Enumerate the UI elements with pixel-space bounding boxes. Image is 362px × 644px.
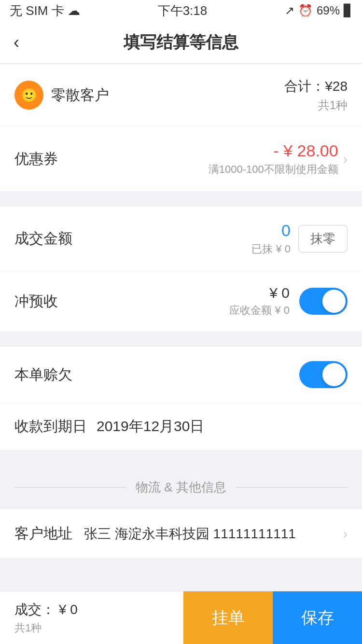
- address-chevron-icon: ›: [343, 526, 348, 542]
- save-button[interactable]: 保存: [273, 591, 362, 644]
- bottom-deal-label: 成交： ¥ 0: [14, 601, 169, 619]
- customer-total: 合计：¥28: [284, 77, 348, 96]
- debt-card: 本单赊欠 收款到期日 2019年12月30日: [0, 347, 362, 450]
- prepay-toggle[interactable]: [299, 288, 348, 315]
- deal-amount-label: 成交金额: [14, 229, 72, 249]
- avatar: 🙂: [14, 81, 43, 110]
- sim-label: 无 SIM 卡 ☁: [10, 2, 80, 19]
- coupon-discount: - ¥ 28.00: [209, 141, 338, 160]
- logistics-divider: 物流 & 其他信息: [0, 465, 362, 509]
- address-label: 客户地址: [14, 524, 72, 544]
- customer-row: 🙂 零散客户 合计：¥28 共1种: [0, 64, 362, 126]
- prepay-main-amount: ¥ 0: [229, 285, 290, 301]
- due-date-value[interactable]: 2019年12月30日: [97, 417, 204, 436]
- page-title: 填写结算等信息: [124, 31, 238, 54]
- address-value: 张三 海淀永丰科技园 11111111111: [84, 525, 343, 543]
- divider-line-left: [14, 487, 126, 488]
- status-bar: 无 SIM 卡 ☁ 下午3:18 ↗ ⏰ 69% ▊: [0, 0, 362, 21]
- prepay-amounts: ¥ 0 应收金额 ¥ 0: [229, 285, 290, 318]
- status-time: 下午3:18: [158, 2, 208, 19]
- logistics-label: 物流 & 其他信息: [136, 479, 226, 496]
- coupon-value-block: - ¥ 28.00 满1000-100不限制使用金额: [209, 141, 338, 177]
- debt-label: 本单赊欠: [14, 365, 72, 385]
- customer-left: 🙂 零散客户: [14, 81, 109, 110]
- deal-amount-sub: 已抹 ¥ 0: [251, 242, 291, 256]
- bottom-deal-count: 共1种: [14, 621, 169, 635]
- battery-label: 69%: [317, 4, 340, 17]
- chevron-right-icon: ›: [343, 152, 348, 167]
- nav-bar: ‹ 填写结算等信息: [0, 21, 362, 64]
- toggle-knob: [322, 290, 346, 313]
- section-divider-2: [0, 339, 362, 347]
- deal-amount-card: 成交金额 0 已抹 ¥ 0 抹零 冲预收 ¥ 0 应收金额 ¥ 0: [0, 207, 362, 331]
- prepay-right: ¥ 0 应收金额 ¥ 0: [229, 285, 348, 318]
- bottom-bar: 成交： ¥ 0 共1种 挂单 保存: [0, 591, 362, 644]
- content-area: 🙂 零散客户 合计：¥28 共1种 优惠券 - ¥ 28.00 满1000-10…: [0, 64, 362, 624]
- section-divider-3: [0, 458, 362, 465]
- debt-toggle-knob: [322, 363, 346, 386]
- deal-amount-row: 成交金额 0 已抹 ¥ 0 抹零: [0, 207, 362, 271]
- round-zero-button[interactable]: 抹零: [298, 225, 348, 252]
- section-divider-1: [0, 199, 362, 207]
- alarm-icon: ⏰: [298, 4, 313, 17]
- prepay-label: 冲预收: [14, 292, 58, 311]
- divider-line-right: [236, 487, 348, 488]
- back-button[interactable]: ‹: [14, 32, 19, 53]
- location-icon: ↗: [285, 4, 294, 17]
- deal-amount-value[interactable]: 0: [251, 221, 291, 240]
- customer-name: 零散客户: [51, 85, 109, 105]
- deal-amount-right: 0 已抹 ¥ 0 抹零: [251, 221, 348, 256]
- status-right: ↗ ⏰ 69% ▊: [285, 4, 352, 17]
- address-card: 客户地址 张三 海淀永丰科技园 11111111111 ›: [0, 509, 362, 558]
- debt-toggle[interactable]: [299, 361, 348, 388]
- coupon-label: 优惠券: [14, 149, 58, 169]
- address-row[interactable]: 客户地址 张三 海淀永丰科技园 11111111111 ›: [0, 509, 362, 558]
- bottom-summary: 成交： ¥ 0 共1种: [0, 601, 183, 635]
- pending-button[interactable]: 挂单: [183, 591, 273, 644]
- customer-summary: 合计：¥28 共1种: [284, 77, 348, 113]
- debt-row: 本单赊欠: [0, 347, 362, 403]
- prepay-row: 冲预收 ¥ 0 应收金额 ¥ 0: [0, 271, 362, 331]
- avatar-icon: 🙂: [21, 87, 38, 103]
- status-left: 无 SIM 卡 ☁: [10, 2, 80, 19]
- coupon-description: 满1000-100不限制使用金额: [209, 162, 338, 177]
- prepay-sub-amount: 应收金额 ¥ 0: [229, 303, 290, 318]
- battery-icon: ▊: [344, 4, 352, 17]
- customer-card: 🙂 零散客户 合计：¥28 共1种 优惠券 - ¥ 28.00 满1000-10…: [0, 64, 362, 191]
- amount-input-block: 0 已抹 ¥ 0: [251, 221, 291, 256]
- coupon-right: - ¥ 28.00 满1000-100不限制使用金额 ›: [209, 141, 348, 177]
- due-date-label: 收款到期日: [14, 417, 87, 436]
- due-date-row: 收款到期日 2019年12月30日: [0, 403, 362, 450]
- customer-count: 共1种: [284, 98, 348, 113]
- coupon-row[interactable]: 优惠券 - ¥ 28.00 满1000-100不限制使用金额 ›: [0, 126, 362, 191]
